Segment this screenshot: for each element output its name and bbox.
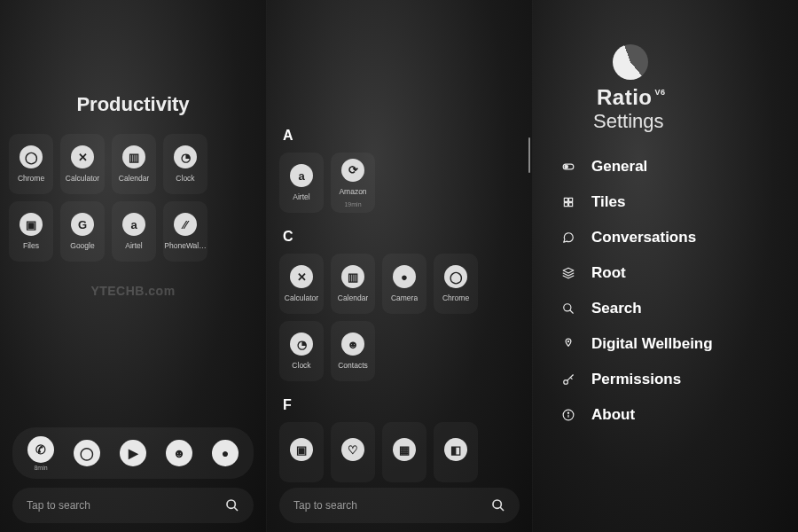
calendar-icon: ▥ (122, 145, 145, 168)
svg-rect-7 (569, 198, 573, 201)
menu-label: Permissions (591, 371, 681, 388)
generic-icon: ◧ (444, 438, 467, 461)
app-label: Airtel (293, 192, 309, 201)
version-badge: V6 (655, 88, 666, 97)
app-tile-generic[interactable]: ◧ (434, 422, 478, 482)
dock-usage: 8min (34, 465, 47, 471)
app-tile-chrome[interactable]: ◯Chrome (434, 254, 478, 314)
section-letter-A: A (283, 128, 521, 144)
app-tile-clock[interactable]: ◔Clock (279, 321, 324, 381)
menu-label: Root (591, 264, 626, 282)
app-label: Chrome (18, 174, 44, 183)
brand-name: RatioV6 (597, 85, 798, 110)
svg-line-1 (234, 507, 238, 511)
section-letter-C: C (283, 229, 521, 245)
menu-item-general[interactable]: General (559, 158, 798, 176)
menu-item-search[interactable]: Search (559, 300, 798, 317)
app-label: Chrome (442, 293, 469, 302)
layers-icon (559, 267, 577, 279)
amazon-icon: ⟳ (341, 159, 364, 182)
fit-icon: ♡ (341, 438, 364, 461)
app-tile-google[interactable]: GGoogle (60, 201, 105, 262)
app-row: aAirtel⟳Amazon19min (279, 153, 521, 213)
tiles-icon (559, 196, 577, 208)
dock-play-icon[interactable]: ▶ (120, 440, 146, 466)
menu-item-conversations[interactable]: Conversations (559, 229, 798, 246)
search-icon (225, 498, 239, 512)
app-label: Calculator (285, 293, 318, 302)
app-tile-files[interactable]: ▣ (279, 422, 324, 482)
app-tile-calendar[interactable]: ▥Calendar (331, 254, 375, 314)
productivity-grid: ◯Chrome✕Calculator▥Calendar◔Clock▣FilesG… (0, 134, 266, 262)
gallery-icon: ▦ (393, 438, 416, 461)
search-input[interactable]: Tap to search (279, 488, 520, 523)
menu-item-tiles[interactable]: Tiles (559, 193, 798, 211)
app-tile-chrome[interactable]: ◯Chrome (9, 134, 53, 194)
app-tile-gallery[interactable]: ▦ (382, 422, 426, 482)
app-label: Contacts (338, 361, 368, 370)
app-tile-fit[interactable]: ♡ (331, 422, 375, 482)
chrome-icon: ◯ (20, 145, 43, 168)
clock-icon: ◔ (174, 145, 197, 168)
svg-point-0 (227, 500, 235, 508)
scroll-indicator (528, 137, 530, 173)
search-placeholder: Tap to search (293, 499, 357, 512)
app-label: Calendar (338, 293, 369, 302)
menu-label: Search (591, 300, 642, 317)
menu-label: General (591, 158, 647, 176)
app-tile-calendar[interactable]: ▥Calendar (112, 134, 156, 194)
svg-marker-10 (563, 268, 574, 273)
app-tile-calculator[interactable]: ✕Calculator (279, 254, 324, 314)
app-tile-amazon[interactable]: ⟳Amazon19min (331, 153, 375, 213)
svg-point-13 (567, 341, 568, 342)
files-icon: ▣ (20, 213, 43, 236)
menu-item-root[interactable]: Root (559, 264, 798, 282)
app-tile-camera[interactable]: ●Camera (382, 254, 426, 314)
app-label: PhoneWal… (164, 241, 206, 250)
dock-person-icon[interactable]: ☻ (166, 440, 192, 466)
svg-line-12 (570, 310, 574, 314)
google-icon: G (71, 213, 94, 236)
menu-item-permissions[interactable]: Permissions (559, 371, 798, 388)
svg-point-2 (493, 500, 501, 508)
app-tile-calculator[interactable]: ✕Calculator (60, 134, 105, 194)
settings-panel: RatioV6 Settings GeneralTilesConversatio… (532, 0, 798, 532)
app-label: Calculator (66, 174, 99, 183)
app-tile-clock[interactable]: ◔Clock (163, 134, 207, 194)
airtel-icon: a (290, 164, 313, 187)
chrome-icon: ◯ (444, 265, 467, 288)
app-label: Airtel (125, 241, 142, 250)
svg-rect-9 (569, 203, 573, 207)
svg-line-3 (500, 507, 504, 511)
section-letter-F: F (283, 397, 521, 413)
wellbeing-icon (559, 338, 577, 350)
app-label: Amazon (339, 187, 366, 196)
toggle-icon (559, 160, 577, 173)
search-icon (559, 302, 577, 315)
drawer-content[interactable]: AaAirtel⟳Amazon19minC✕Calculator▥Calenda… (267, 0, 532, 532)
app-tile-airtel[interactable]: aAirtel (112, 201, 156, 262)
app-tile-files[interactable]: ▣Files (9, 201, 53, 262)
dock-chrome-icon[interactable]: ◯ (74, 440, 100, 466)
menu-label: About (591, 406, 635, 424)
search-input[interactable]: Tap to search (12, 488, 254, 523)
app-tile-phonewal…[interactable]: ⁄⁄PhoneWal… (163, 201, 207, 262)
app-label: Calendar (119, 174, 150, 183)
app-tile-airtel[interactable]: aAirtel (279, 153, 324, 213)
person-icon: ☻ (341, 332, 364, 356)
dock-phone-icon[interactable]: ✆ (27, 436, 54, 463)
dock-camera-icon[interactable]: ● (212, 440, 239, 466)
app-tile-contacts[interactable]: ☻Contacts (331, 321, 375, 381)
app-label: Camera (391, 293, 418, 302)
category-title: Productivity (0, 93, 266, 116)
clock-icon: ◔ (290, 332, 313, 356)
svg-rect-6 (564, 198, 567, 201)
chat-icon (559, 231, 577, 244)
home-panel: Productivity ◯Chrome✕Calculator▥Calendar… (0, 0, 266, 532)
app-label: Clock (292, 361, 310, 370)
svg-rect-8 (564, 203, 567, 207)
menu-item-digital-wellbeing[interactable]: Digital Wellbeing (559, 335, 798, 353)
files-icon: ▣ (290, 438, 313, 461)
menu-item-about[interactable]: About (559, 406, 798, 424)
dock: ✆8min◯▶☻● (12, 427, 254, 479)
